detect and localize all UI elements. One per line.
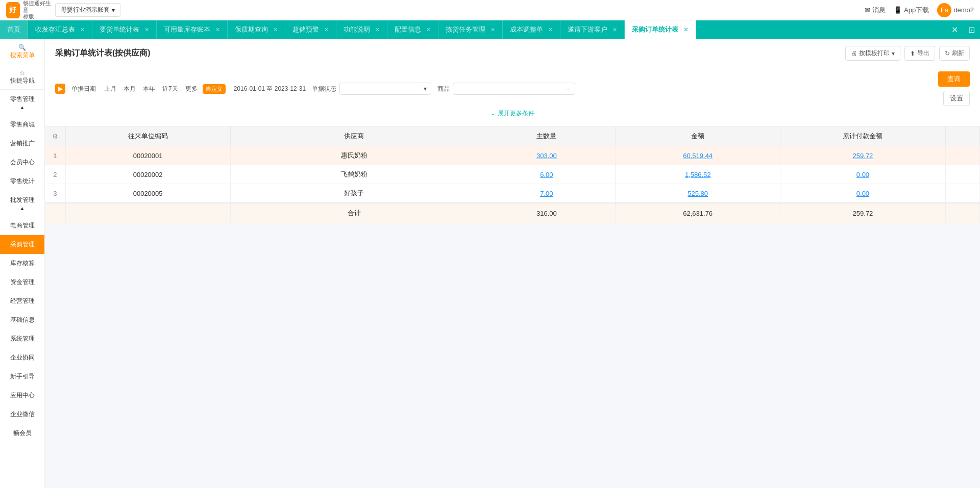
tab-chaochuyujing[interactable]: 超储预警 ✕ [285, 20, 336, 39]
sidebar-item-newbie-guide[interactable]: 新手引导 [0, 367, 44, 386]
td-amount[interactable]: 60,519.44 [616, 146, 780, 165]
td-qty[interactable]: 303.00 [478, 146, 615, 165]
message-icon: ✉ [865, 6, 870, 14]
close-icon[interactable]: ✕ [548, 27, 553, 33]
sidebar-item-retail-stats[interactable]: 零售统计 [0, 172, 44, 191]
product-input[interactable]: ··· [453, 83, 575, 95]
shortcut-this-year[interactable]: 本年 [141, 84, 157, 94]
message-btn[interactable]: ✉ 消息 [865, 6, 886, 15]
sidebar-search[interactable]: 🔍 搜索菜单 [0, 39, 44, 65]
tab-home[interactable]: 首页 [0, 20, 28, 39]
th-empty [945, 126, 979, 146]
close-icon[interactable]: ✕ [375, 27, 380, 33]
sidebar-item-system-mgmt[interactable]: 系统管理 [0, 329, 44, 348]
sidebar-item-purchase-mgmt[interactable]: 采购管理 [0, 235, 44, 254]
sidebar-item-enterprise-collab[interactable]: 企业协同 [0, 348, 44, 367]
td-amount[interactable]: 525.80 [616, 184, 780, 203]
close-icon[interactable]: ✕ [215, 27, 220, 33]
close-icon[interactable]: ✕ [426, 27, 431, 33]
tab-yaoqing[interactable]: 邀请下游客户 ✕ [560, 20, 625, 39]
data-table-wrap: ⚙ 往来单位编码 供应商 主数量 金额 [45, 126, 980, 223]
td-empty [945, 184, 979, 203]
shortcut-this-month[interactable]: 本月 [121, 84, 138, 94]
sidebar-shortcut-nav[interactable]: ☆ 快捷导航 [0, 65, 44, 90]
sidebar-item-inventory[interactable]: 库存核算 [0, 254, 44, 273]
sidebar-item-enterprise-wechat[interactable]: 企业微信 [0, 405, 44, 424]
close-icon[interactable]: ✕ [612, 27, 617, 33]
sidebar-item-retail-shop[interactable]: 零售商城 [0, 115, 44, 134]
td-paid[interactable]: 0.00 [780, 165, 945, 184]
logo-icon: 好 [6, 2, 20, 18]
sidebar-item-member[interactable]: 畅会员 [0, 424, 44, 443]
sidebar-item-app-center[interactable]: 应用中心 [0, 386, 44, 405]
shortcut-last-month[interactable]: 上月 [102, 84, 118, 94]
tab-chengben[interactable]: 成本调整单 ✕ [503, 20, 560, 39]
td-code: 00020002 [65, 165, 230, 184]
logo-text: 畅捷通好生意 标版 [23, 0, 51, 20]
td-code: 00020001 [65, 146, 230, 165]
template-print-btn[interactable]: 🖨 按模板打印 ▾ [845, 46, 900, 61]
sidebar-item-ecommerce[interactable]: 电商管理 [0, 216, 44, 235]
product-filter: 商品 ··· [437, 83, 575, 95]
query-btn[interactable]: 查询 [938, 71, 970, 87]
sidebar-item-retail-mgmt[interactable]: 零售管理 ▲ [0, 90, 44, 115]
td-supplier: 好孩子 [230, 184, 478, 203]
shortcut-more[interactable]: 更多 [183, 84, 200, 94]
user-avatar[interactable]: Ea demo2 [937, 3, 974, 17]
search-icon: 🔍 [3, 44, 41, 51]
tab-jianhuo[interactable]: 拣货任务管理 ✕ [438, 20, 503, 39]
tab-yaohuo[interactable]: 要货单统计表 ✕ [92, 20, 157, 39]
close-icon[interactable]: ✕ [273, 27, 278, 33]
td-supplier: 飞鹤奶粉 [230, 165, 478, 184]
settings-btn[interactable]: 设置 [943, 91, 970, 106]
td-qty[interactable]: 7.00 [478, 184, 615, 203]
content-area: 采购订单统计表(按供应商) 🖨 按模板打印 ▾ ⬆ 导出 ↻ 刷新 [45, 39, 980, 488]
close-icon[interactable]: ✕ [324, 27, 329, 33]
close-icon[interactable]: ✕ [491, 27, 495, 33]
tab-keyongliang[interactable]: 可用量库存账本 ✕ [157, 20, 228, 39]
workspace-selector[interactable]: 母婴行业演示账套 ▾ [55, 3, 120, 17]
td-qty[interactable]: 6.00 [478, 165, 615, 184]
td-amount[interactable]: 1,586.52 [616, 165, 780, 184]
date-custom-btn[interactable]: 自定义 [203, 84, 226, 94]
app-download-btn[interactable]: 📱 App下载 [894, 6, 929, 15]
export-btn[interactable]: ⬆ 导出 [904, 46, 935, 61]
td-no: 1 [45, 146, 65, 165]
tab-shoufacun[interactable]: 收发存汇总表 ✕ [28, 20, 92, 39]
sidebar-item-wholesale-mgmt[interactable]: 批发管理 ▲ [0, 191, 44, 216]
expand-more-btn[interactable]: ⌄ 展开更多条件 [55, 106, 970, 121]
td-paid[interactable]: 0.00 [780, 184, 945, 203]
close-icon[interactable]: ✕ [80, 27, 85, 33]
table-row: 1 00020001 惠氏奶粉 303.00 60,519.44 259.72 [45, 146, 980, 165]
date-range-display: 2016-01-01 至 2023-12-31 [234, 85, 306, 93]
td-supplier: 惠氏奶粉 [230, 146, 478, 165]
filter-bar: ▶ 单据日期 上月 本月 本年 近7天 更多 自定义 2016-01-01 至 … [45, 66, 980, 126]
status-select[interactable]: ▾ [339, 83, 431, 95]
td-paid[interactable]: 259.72 [780, 146, 945, 165]
gear-icon[interactable]: ⚙ [52, 133, 58, 140]
close-icon[interactable]: ✕ [683, 27, 688, 33]
table-footer-row: 合计 316.00 62,631.76 259.72 [45, 203, 980, 223]
sidebar-item-finance[interactable]: 资金管理 [0, 273, 44, 292]
tab-gongneng[interactable]: 功能说明 ✕ [336, 20, 387, 39]
sidebar-item-base-info[interactable]: 基础信息 [0, 311, 44, 329]
close-window-btn[interactable]: ✕ [946, 25, 963, 35]
table-row: 2 00020002 飞鹤奶粉 6.00 1,586.52 0.00 [45, 165, 980, 184]
shortcut-7days[interactable]: 近7天 [160, 84, 180, 94]
sidebar-item-operations[interactable]: 经营管理 [0, 292, 44, 311]
maximize-btn[interactable]: ⊡ [963, 25, 980, 35]
nav-tabs: 首页 收发存汇总表 ✕ 要货单统计表 ✕ 可用量库存账本 ✕ 保质期查询 ✕ 超… [0, 20, 980, 39]
th-qty: 主数量 [478, 126, 615, 146]
td-footer-qty: 316.00 [478, 203, 615, 223]
refresh-btn[interactable]: ↻ 刷新 [939, 46, 970, 61]
filter-toggle-btn[interactable]: ▶ [55, 84, 65, 94]
sidebar-item-member-center[interactable]: 会员中心 [0, 153, 44, 172]
tab-caigou-active[interactable]: 采购订单统计表 ✕ [625, 20, 696, 39]
page-title: 采购订单统计表(按供应商) [55, 48, 151, 59]
main-layout: 🔍 搜索菜单 ☆ 快捷导航 零售管理 ▲ 零售商城 营销推广 会员中心 零售统计… [0, 39, 980, 488]
sidebar-item-marketing[interactable]: 营销推广 [0, 134, 44, 153]
tab-peizhi[interactable]: 配置信息 ✕ [387, 20, 438, 39]
chevron-down-icon: ▾ [112, 7, 115, 14]
tab-baozhiqi[interactable]: 保质期查询 ✕ [228, 20, 285, 39]
close-icon[interactable]: ✕ [144, 27, 149, 33]
